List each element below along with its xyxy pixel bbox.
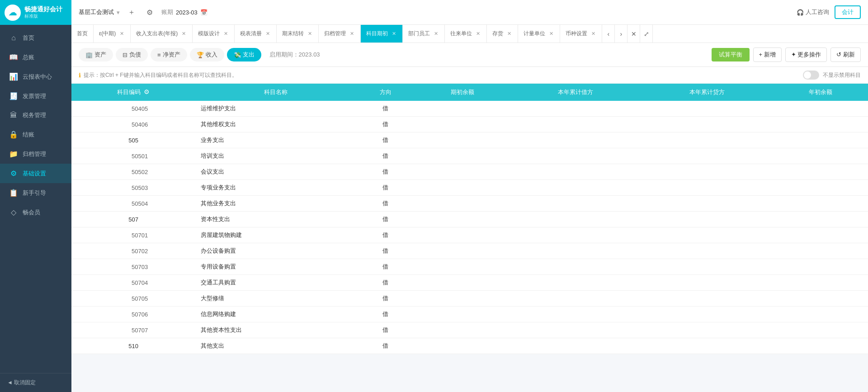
sidebar-item-tax[interactable]: 🏛 税务管理 [0,106,71,125]
app-name: 畅捷通好会计 [24,5,62,13]
tab-period-end[interactable]: 期末结转 ✕ [277,25,319,43]
tab-close-inventory[interactable]: ✕ [506,31,512,37]
tab-subject-init[interactable]: 科目期初 ✕ [361,25,403,43]
cell-direction: 借 [356,164,415,180]
app-edition: 标准版 [24,13,62,19]
cell-code: 50707 [71,322,195,338]
cell-ytd-debit [510,322,642,338]
tab-close-currency[interactable]: ✕ [590,31,596,37]
tab-next-btn[interactable]: › [615,25,627,43]
tab-template[interactable]: 模版设计 ✕ [193,25,235,43]
sidebar-item-reports[interactable]: 📊 云报表中心 [0,67,71,86]
tab-prev-btn[interactable]: ‹ [602,25,615,43]
invoice-icon: 🧾 [9,92,18,100]
cell-direction: 借 [356,322,415,338]
customer-service-btn[interactable]: 🎧 人工咨询 [797,8,829,16]
table-row[interactable]: 50406其他维权支出借 [71,117,868,132]
sub-tab-net-asset[interactable]: ≡ 净资产 [151,48,187,61]
tab-home[interactable]: 首页 [71,25,94,43]
tab-close-all-btn[interactable]: ✕ [627,25,640,43]
cell-opening-balance [415,101,510,117]
sidebar-item-home[interactable]: ⌂ 首页 [0,28,71,47]
cell-code: 50502 [71,164,195,180]
sidebar-collapse-btn[interactable]: ◄ 取消固定 [0,373,71,392]
tab-close-period-end[interactable]: ✕ [307,31,313,37]
cell-name: 专项业务支出 [195,180,356,196]
table-row[interactable]: 507资本性支出借 [71,212,868,227]
tab-tax-clear[interactable]: 税表清册 ✕ [235,25,277,43]
tab-income-annual[interactable]: 收入支出表(年报) ✕ [131,25,193,43]
table-row[interactable]: 50705大型修缮借 [71,291,868,307]
tab-inventory[interactable]: 存货 ✕ [487,25,518,43]
cell-ytd-debit [510,148,642,164]
table-row[interactable]: 50503专项业务支出借 [71,180,868,196]
table-row[interactable]: 50701房屋建筑物购建借 [71,227,868,243]
table-row[interactable]: 50501培训支出借 [71,148,868,164]
sidebar-item-archive[interactable]: 📁 归档管理 [0,144,71,164]
tab-dept-staff[interactable]: 部门员工 ✕ [403,25,445,43]
sub-tab-expense[interactable]: 💸 支出 [227,48,261,61]
cell-direction: 借 [356,338,415,354]
tab-close-counterpart[interactable]: ✕ [475,31,481,37]
table-row[interactable]: 505业务支出借 [71,132,868,148]
th-direction: 方向 [356,84,415,101]
cell-name: 信息网络购建 [195,307,356,322]
table-row[interactable]: 50703专用设备购置借 [71,259,868,275]
refresh-button[interactable]: ↺ 刷新 [830,47,861,62]
tab-close-dept-staff[interactable]: ✕ [433,31,439,37]
table-row[interactable]: 50502会议支出借 [71,164,868,180]
add-tab-button[interactable]: ＋ [125,6,138,19]
tab-close-template[interactable]: ✕ [222,31,229,37]
tab-label-archive-mgmt: 归档管理 [324,30,346,38]
th-year-opening: 年初余额 [773,84,868,101]
table-row[interactable]: 510其他支出借 [71,338,868,354]
balance-button[interactable]: 试算平衡 [712,48,750,61]
gear-icon[interactable]: ⚙ [144,88,150,95]
table-row[interactable]: 50707其他资本性支出借 [71,322,868,338]
topbar: 基层工会测试 ▾ ＋ ⚙ 账期 2023-03 📅 🎧 人工咨询 会计 [71,0,868,25]
cell-year-opening [773,227,868,243]
sidebar-item-settings[interactable]: ⚙ 基础设置 [0,164,71,183]
more-button[interactable]: ✦ 更多操作 [785,47,827,62]
project-selector[interactable]: 基层工会测试 ▾ [79,8,120,16]
sidebar-item-invoice[interactable]: 🧾 发票管理 [0,86,71,106]
sub-tab-liability[interactable]: ⊟ 负债 [116,48,148,61]
new-button[interactable]: + 新增 [753,47,782,62]
table-row[interactable]: 50405运维维护支出借 [71,101,868,117]
sub-tab-income[interactable]: 🏆 收入 [190,48,224,61]
sidebar-item-ledger[interactable]: 📖 总账 [0,47,71,67]
tab-close-subject-init[interactable]: ✕ [391,31,397,37]
tab-close-interim[interactable]: ✕ [118,31,125,37]
tab-currency[interactable]: 币种设置 ✕ [560,25,602,43]
tab-close-measure-unit[interactable]: ✕ [548,31,554,37]
cell-opening-balance [415,164,510,180]
sidebar-item-member[interactable]: ◇ 畅会员 [0,203,71,222]
cell-ytd-debit [510,243,642,259]
tab-archive-mgmt[interactable]: 归档管理 ✕ [319,25,361,43]
sidebar-item-close[interactable]: 🔒 结账 [0,125,71,144]
tab-close-income-annual[interactable]: ✕ [180,31,187,37]
table-row[interactable]: 50704交通工具购置借 [71,275,868,291]
tab-close-archive-mgmt[interactable]: ✕ [349,31,355,37]
table-row[interactable]: 50706信息网络购建借 [71,307,868,322]
tab-measure-unit[interactable]: 计量单位 ✕ [518,25,560,43]
cell-year-opening [773,132,868,148]
tab-maximize-btn[interactable]: ⤢ [640,25,653,43]
archive-icon: 📁 [9,150,18,158]
calendar-icon[interactable]: 📅 [200,9,208,16]
cell-name: 办公设备购置 [195,243,356,259]
disable-toggle[interactable] [803,71,819,80]
tax-icon: 🏛 [9,111,18,119]
customer-service-label: 人工咨询 [806,8,829,16]
sidebar-item-guide[interactable]: 📋 新手引导 [0,183,71,203]
tab-label-interim: ε(中期) [99,30,116,38]
tab-close-tax-clear[interactable]: ✕ [264,31,271,37]
tab-counterpart[interactable]: 往来单位 ✕ [445,25,487,43]
tab-interim[interactable]: ε(中期) ✕ [94,25,131,43]
table-row[interactable]: 50702办公设备购置借 [71,243,868,259]
account-button[interactable]: 会计 [835,5,861,19]
settings-gear-icon[interactable]: ⚙ [143,6,156,19]
table-row[interactable]: 50504其他业务支出借 [71,196,868,212]
cell-opening-balance [415,259,510,275]
sub-tab-asset[interactable]: 🏢 资产 [79,48,113,61]
